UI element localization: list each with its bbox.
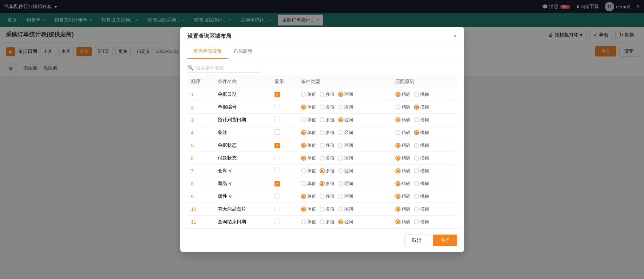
modal-table-wrap: 顺序 条件名称 显示 条件类型 匹配原则 1单据日期单值多值区间精确模糊2单据编… (180, 75, 464, 76)
search-box: 🔍 (187, 63, 260, 72)
col-order: 顺序 (187, 75, 214, 76)
col-display: 显示 (271, 75, 297, 76)
search-icon: 🔍 (187, 65, 194, 71)
modal-tabs: 查询字段设置 布局调整 (180, 44, 464, 59)
modal-tab-query-fields[interactable]: 查询字段设置 (187, 44, 228, 59)
modal-title: 设置查询区域布局 (187, 33, 231, 40)
modal-close-btn[interactable]: × (453, 33, 457, 40)
modal-tab-layout[interactable]: 布局调整 (228, 44, 258, 59)
modal-overlay: 设置查询区域布局 × 查询字段设置 布局调整 🔍 顺序 条件名称 显示 (0, 0, 644, 76)
col-type: 条件类型 (297, 75, 392, 76)
modal-table: 顺序 条件名称 显示 条件类型 匹配原则 1单据日期单值多值区间精确模糊2单据编… (187, 75, 457, 76)
col-match: 匹配原则 (392, 75, 457, 76)
search-input[interactable] (196, 65, 254, 71)
modal-dialog: 设置查询区域布局 × 查询字段设置 布局调整 🔍 顺序 条件名称 显示 (180, 27, 464, 76)
col-name: 条件名称 (214, 75, 271, 76)
modal-search-area: 🔍 (180, 59, 464, 75)
modal-header: 设置查询区域布局 × (180, 27, 464, 44)
